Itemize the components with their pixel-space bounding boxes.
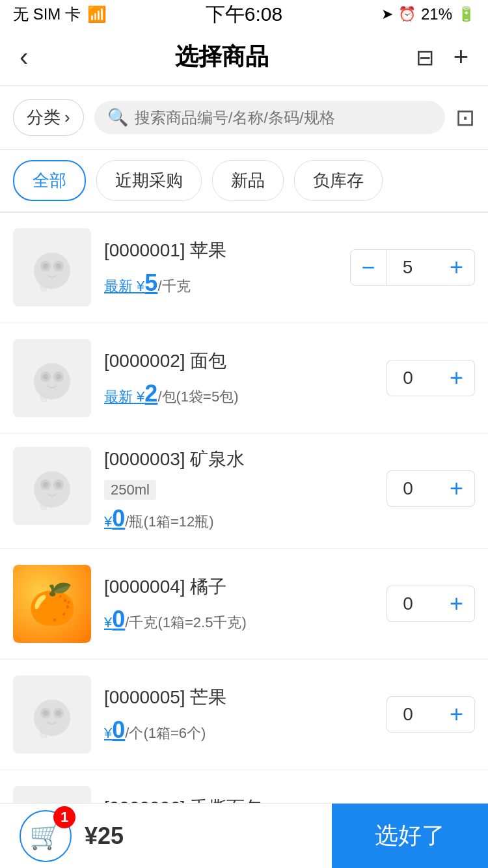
product-image-0000001: 智+ xyxy=(13,228,91,306)
search-icon: 🔍 xyxy=(107,107,128,128)
qty-increase-button[interactable]: + xyxy=(439,696,475,733)
qty-input[interactable] xyxy=(386,696,439,733)
qty-decrease-button[interactable]: − xyxy=(350,249,386,286)
product-name: [0000005] 芒果 xyxy=(104,685,373,710)
qty-control-0000005: + xyxy=(386,696,475,733)
back-button[interactable]: ‹ xyxy=(20,42,28,72)
svg-point-22 xyxy=(56,711,61,716)
product-item-0000003: 智+ [0000003] 矿泉水 250ml ¥0/瓶(1箱=12瓶) + xyxy=(0,434,488,548)
product-price: ¥0/千克(1箱=2.5千克) xyxy=(104,606,373,633)
placeholder-owl-icon: 智+ xyxy=(26,460,78,512)
svg-point-16 xyxy=(56,482,61,487)
product-name: [0000004] 橘子 xyxy=(104,575,373,599)
svg-point-4 xyxy=(56,264,61,269)
filter-bar: 分类 › 🔍 ⊡ xyxy=(0,86,488,150)
product-info-0000002: [0000002] 面包 最新 ¥2/包(1袋=5包) xyxy=(104,349,373,407)
product-name: [0000002] 面包 xyxy=(104,349,373,373)
confirm-button[interactable]: 选好了 xyxy=(332,804,488,869)
add-icon[interactable]: + xyxy=(454,42,468,72)
svg-point-15 xyxy=(43,482,48,487)
wifi-icon: 📶 xyxy=(87,5,107,23)
search-box: 🔍 xyxy=(94,101,445,134)
page-title: 选择商品 xyxy=(175,41,269,73)
placeholder-owl-icon: 智+ xyxy=(26,241,78,293)
svg-text:智+: 智+ xyxy=(39,392,53,403)
qty-input[interactable] xyxy=(386,360,439,396)
product-item-0000004: 🍊 [0000004] 橘子 ¥0/千克(1箱=2.5千克) + xyxy=(0,549,488,658)
cart-button[interactable]: 🛒 1 xyxy=(20,810,72,862)
product-info-0000001: [0000001] 苹果 最新 ¥5/千克 xyxy=(104,238,337,297)
category-label: 分类 xyxy=(27,106,61,129)
product-image-0000002: 智+ xyxy=(13,339,91,417)
latest-label: 最新 ¥ xyxy=(104,278,144,294)
svg-point-9 xyxy=(43,374,48,379)
cart-area: 🛒 1 ¥25 xyxy=(0,810,332,862)
status-left: 无 SIM 卡 📶 xyxy=(13,4,107,25)
tab-negative[interactable]: 负库存 xyxy=(294,160,383,201)
nav-actions: ⊟ + xyxy=(416,42,468,72)
product-name: [0000003] 矿泉水 xyxy=(104,447,373,472)
battery-text: 21% xyxy=(421,5,452,23)
product-price: ¥0/瓶(1箱=12瓶) xyxy=(104,505,373,532)
qty-input[interactable] xyxy=(386,470,439,507)
svg-point-21 xyxy=(43,711,48,716)
product-price: 最新 ¥5/千克 xyxy=(104,269,337,297)
filter-icon[interactable]: ⊟ xyxy=(416,44,434,70)
product-item-0000002: 智+ [0000002] 面包 最新 ¥2/包(1袋=5包) + xyxy=(0,323,488,433)
qty-increase-button[interactable]: + xyxy=(439,470,475,507)
category-arrow-icon: › xyxy=(64,107,70,128)
status-time: 下午6:08 xyxy=(206,1,282,28)
qty-control-0000004: + xyxy=(386,586,475,622)
svg-text:智+: 智+ xyxy=(39,282,53,292)
location-icon: ➤ xyxy=(381,6,393,23)
status-bar: 无 SIM 卡 📶 下午6:08 ➤ ⏰ 21% 🔋 xyxy=(0,0,488,29)
product-spec: 250ml xyxy=(104,480,156,500)
product-name: [0000001] 苹果 xyxy=(104,238,337,263)
product-info-0000004: [0000004] 橘子 ¥0/千克(1箱=2.5千克) xyxy=(104,575,373,633)
tab-recent[interactable]: 近期采购 xyxy=(96,160,202,201)
qty-input[interactable] xyxy=(386,249,439,286)
cart-total: ¥25 xyxy=(85,822,124,850)
qty-input[interactable] xyxy=(386,586,439,622)
product-image-0000005: 智+ xyxy=(13,675,91,753)
svg-text:智+: 智+ xyxy=(39,500,53,511)
svg-point-10 xyxy=(56,374,61,379)
cart-badge: 1 xyxy=(53,806,75,828)
orange-image: 🍊 xyxy=(13,565,91,643)
category-button[interactable]: 分类 › xyxy=(13,99,84,136)
qty-increase-button[interactable]: + xyxy=(439,249,475,286)
product-info-0000005: [0000005] 芒果 ¥0/个(1箱=6个) xyxy=(104,685,373,744)
tab-bar: 全部 近期采购 新品 负库存 xyxy=(0,150,488,213)
scan-icon[interactable]: ⊡ xyxy=(455,104,475,131)
search-input[interactable] xyxy=(135,109,432,127)
qty-control-0000001: − + xyxy=(350,249,475,286)
product-image-0000004: 🍊 xyxy=(13,565,91,643)
product-info-0000003: [0000003] 矿泉水 250ml ¥0/瓶(1箱=12瓶) xyxy=(104,447,373,532)
status-right: ➤ ⏰ 21% 🔋 xyxy=(381,5,475,23)
carrier-text: 无 SIM 卡 xyxy=(13,4,81,25)
qty-increase-button[interactable]: + xyxy=(439,586,475,622)
product-item-0000005: 智+ [0000005] 芒果 ¥0/个(1箱=6个) + xyxy=(0,660,488,769)
svg-text:智+: 智+ xyxy=(39,729,53,739)
tab-new[interactable]: 新品 xyxy=(212,160,284,201)
product-image-0000003: 智+ xyxy=(13,447,91,525)
product-price: 最新 ¥2/包(1袋=5包) xyxy=(104,380,373,407)
tab-all[interactable]: 全部 xyxy=(13,160,86,201)
placeholder-owl-icon: 智+ xyxy=(26,688,78,740)
nav-bar: ‹ 选择商品 ⊟ + xyxy=(0,29,488,86)
qty-control-0000002: + xyxy=(386,360,475,396)
alarm-icon: ⏰ xyxy=(398,6,416,23)
svg-point-3 xyxy=(43,264,48,269)
product-price: ¥0/个(1箱=6个) xyxy=(104,716,373,744)
placeholder-owl-icon: 智+ xyxy=(26,352,78,404)
bottom-bar: 🛒 1 ¥25 选好了 xyxy=(0,803,488,868)
qty-increase-button[interactable]: + xyxy=(439,360,475,396)
battery-icon: 🔋 xyxy=(457,6,475,23)
product-list: 智+ [0000001] 苹果 最新 ¥5/千克 − + 智+ xyxy=(0,213,488,868)
product-item-0000001: 智+ [0000001] 苹果 最新 ¥5/千克 − + xyxy=(0,213,488,322)
qty-control-0000003: + xyxy=(386,470,475,507)
